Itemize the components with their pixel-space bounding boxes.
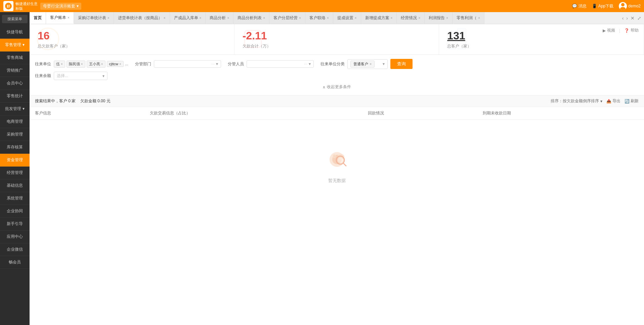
tab-close-raise-settings[interactable]: × [355,16,357,20]
sidebar-item-retail[interactable]: 零售管理 ▾ [0,39,30,51]
tab-product-instock[interactable]: 产成品入库单 × [170,12,206,24]
filter-balance-label: 往来余额 [35,73,51,79]
tab-close-purchase-order-stats[interactable]: × [108,16,110,20]
tab-close-profit-report[interactable]: × [446,16,448,20]
svg-text:好: 好 [6,4,10,8]
tab-customer-tier[interactable]: 客户分层经营 × [269,12,305,24]
tab-close-customer-account[interactable]: × [68,16,70,20]
filter-tag-close-1[interactable]: × [81,62,83,66]
sidebar-item-operations[interactable]: 经营管理 [0,167,30,179]
logo-icon: 好 [3,1,13,11]
sidebar-item-quick-nav[interactable]: 快捷导航 [0,26,30,39]
account-selector[interactable]: 母婴行业演示账套 ▾ [40,3,81,10]
query-button[interactable]: 查询 [390,59,413,69]
tab-product-analysis[interactable]: 商品分析 × [206,12,233,24]
col-debt-info: 欠款交易信息（占比） [144,107,363,120]
result-info: 搜索结果中，客户 0 家 欠款金额 0.00 元 [35,98,111,104]
tab-customer-account[interactable]: 客户账本 × [46,12,74,24]
sidebar-item-retail-mall[interactable]: 零售商城 [0,51,30,64]
filter-staff-select[interactable]: ··· ▾ [247,60,314,68]
filter-tag-3[interactable]: cjttcw × [107,61,124,67]
tab-instock-stats[interactable]: 进货单统计表（按商品） × [114,12,170,24]
filter-tag-close-2[interactable]: × [101,62,103,66]
app-download-btn[interactable]: 📱 App下载 [592,3,613,9]
tab-product-analysis-list[interactable]: 商品分析列表 × [233,12,269,24]
tab-bar-controls: ‹ › ✕ ⤢ [619,12,644,24]
sidebar-item-marketing[interactable]: 营销推广 [0,64,30,77]
sidebar-item-enterprise-wechat[interactable]: 企业微信 [0,243,30,256]
refresh-btn[interactable]: 🔄 刷新 [625,98,639,104]
stat-card-debt: ✦ -2.11 欠款合计（万） [234,24,439,55]
sidebar-item-member[interactable]: 会员中心 [0,77,30,90]
sidebar-item-basic-info[interactable]: 基础信息 [0,179,30,192]
tab-home[interactable]: 首页 [30,12,46,24]
tab-purchase-order-stats[interactable]: 采购订单统计表 × [74,12,114,24]
filter-balance-select[interactable]: 选择... ▾ [54,72,108,80]
help-icon: ❓ [624,28,629,33]
sidebar-item-inventory[interactable]: 库存核算 [0,141,30,154]
refresh-icon: 🔄 [625,99,630,104]
tab-close-customer-contact[interactable]: × [327,16,329,20]
search-menu-btn[interactable]: 搜索菜单 [2,15,28,23]
sidebar-item-wholesale[interactable]: 批发管理 ▾ [0,103,30,115]
filter-category-arrow: ▾ [383,62,385,66]
svg-line-15 [343,163,346,166]
logo-text: 畅捷通好生意 标版 [15,1,38,11]
tab-operation-status[interactable]: 经营情况 × [397,12,425,24]
col-overdue-date: 到期未收款日期 [477,107,644,120]
tab-close-product-analysis-list[interactable]: × [263,16,265,20]
tab-close-product-analysis[interactable]: × [227,16,229,20]
filter-dept-more-icon: ··· [211,62,215,66]
filter-tag-more[interactable]: ... [125,62,128,66]
sidebar-item-system[interactable]: 系统管理 [0,192,30,205]
tab-raise-settings[interactable]: 提成设置 × [333,12,361,24]
filter-unit-label: 往来单位 [35,61,51,67]
svg-text:✦: ✦ [250,35,256,44]
tab-scroll-left-btn[interactable]: ‹ [621,15,625,22]
result-sort-btn[interactable]: 排序：按欠款金额倒序排序 ▾ [551,98,602,104]
tab-expand-btn[interactable]: ⤢ [637,15,642,22]
tab-new-raise-plan[interactable]: 新增提成方案 × [361,12,397,24]
filter-dept-select[interactable]: ··· ▾ [154,60,221,68]
filter-tag-1[interactable]: 陈民强 × [67,61,85,68]
empty-text: 暂无数据 [328,178,346,184]
user-profile[interactable]: demo2 [619,2,641,10]
sidebar-item-ecommerce[interactable]: 电商管理 [0,115,30,128]
tab-close-retail-profit[interactable]: × [478,16,480,20]
sidebar-item-finance[interactable]: 资金管理 [0,154,30,167]
sidebar-item-purchase[interactable]: 采购管理 [0,128,30,141]
message-btn[interactable]: 💬 消息 [572,3,587,9]
filter-tag-close-0[interactable]: × [61,62,63,66]
filter-unit-category-select[interactable]: 普通客户 × ▾ [347,59,388,69]
filter-staff-more-icon: ··· [304,62,307,66]
stats-header: ¥ 16 总欠款客户（家） ✦ -2.11 欠款合计（万） [30,24,644,55]
export-icon: 📤 [606,99,611,104]
tab-close-instock-stats[interactable]: × [164,16,166,20]
filter-collapse-btn[interactable]: ∧ 收起更多条件 [35,83,639,91]
tab-close-product-instock[interactable]: × [200,16,202,20]
sidebar-item-app-center[interactable]: 应用中心 [0,230,30,243]
tab-close-new-raise-plan[interactable]: × [391,16,393,20]
filter-tag-2[interactable]: 王小亮 × [87,61,105,68]
sidebar-item-new-guide[interactable]: 新手引导 [0,218,30,230]
tab-customer-contact[interactable]: 客户联络 × [305,12,333,24]
sidebar-item-retail-stats[interactable]: 零售统计 [0,90,30,103]
tab-retail-profit[interactable]: 零售利润（ × [453,12,484,24]
filter-tag-close-3[interactable]: × [119,62,121,66]
top-bar-left: 好 畅捷通好生意 标版 母婴行业演示账套 ▾ [3,1,81,11]
sidebar-item-vip-member[interactable]: 畅会员 [0,256,30,269]
tab-close-operation-status[interactable]: × [418,16,420,20]
video-help-btn[interactable]: ▶ 视频 [603,28,615,33]
filter-row-1: 往来单位 伍 × 陈民强 × 王小亮 [35,59,639,69]
sidebar-item-enterprise-coop[interactable]: 企业协同 [0,205,30,218]
tab-close-all-btn[interactable]: ✕ [630,15,635,22]
tab-profit-report[interactable]: 利润报告 × [425,12,453,24]
tab-close-customer-tier[interactable]: × [299,16,301,20]
logo-area: 好 畅捷通好生意 标版 [3,1,38,11]
tab-scroll-right-btn[interactable]: › [626,15,629,22]
help-btn[interactable]: ❓ 帮助 [624,28,639,33]
collapse-icon: ∧ [323,85,326,89]
export-btn[interactable]: 📤 导出 [606,98,620,104]
filter-category-tag-close[interactable]: × [370,62,372,66]
filter-tag-0[interactable]: 伍 × [54,61,65,68]
